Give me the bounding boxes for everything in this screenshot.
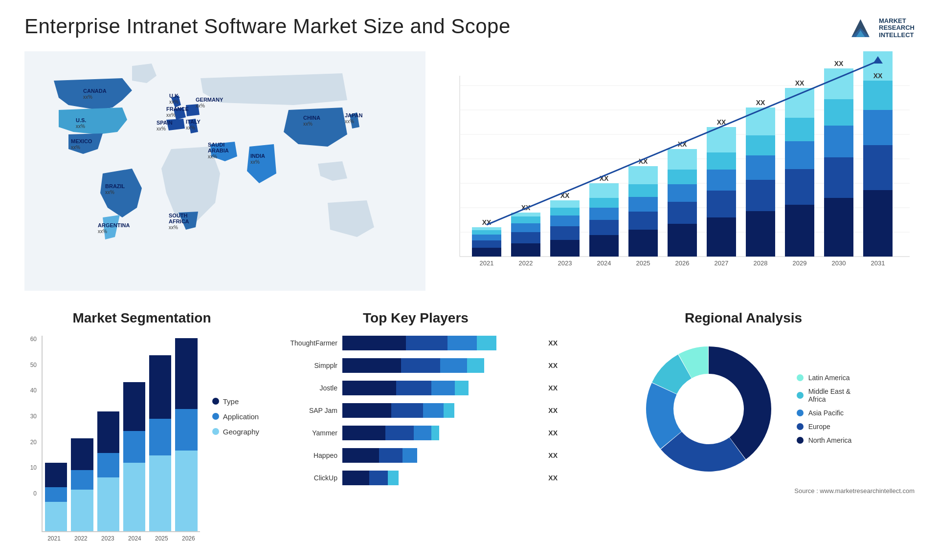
player-bar-3-seg3 [431,381,455,395]
legend-geo-label: Geography [223,428,259,436]
south-africa-label: SOUTH [169,213,188,218]
player-bar-3-seg1 [342,381,396,395]
player-bar-7 [342,471,539,485]
player-bar-6-seg1 [342,448,379,463]
seg-bar-2023-type [97,411,119,453]
svg-text:2023: 2023 [558,259,572,267]
player-bar-3 [342,381,539,395]
player-value-6: XX [548,452,558,459]
player-value-7: XX [548,474,558,482]
legend-north-america-dot [797,437,804,444]
player-row-6: Happeo XX [274,448,558,463]
seg-legend-app: Application [212,412,259,421]
usa-shape [59,108,127,134]
regional-section: Regional Analysis [572,310,915,560]
svg-rect-35 [589,220,619,235]
svg-rect-57 [707,170,736,191]
regional-legend: Latin America Middle East &Africa Asia P… [797,374,852,444]
mexico-value: xx% [71,145,80,150]
legend-north-america-label: North America [808,436,852,444]
players-section: Top Key Players ThoughtFarmer XX Simpplr [274,310,558,560]
legend-latin-america-dot [797,374,804,381]
player-row-2: Simpplr XX [274,358,558,373]
svg-rect-83 [863,190,893,257]
player-value-5: XX [548,429,558,437]
svg-rect-14 [472,240,501,248]
growth-chart-wrapper: XX 2021 XX 2022 XX [440,51,915,296]
legend-type-dot [212,398,219,405]
svg-rect-56 [707,191,736,217]
player-bar-5-seg2 [385,426,414,440]
seg-bar-2022-geo [71,490,93,531]
seg-bar-2026-geo [175,451,197,531]
seg-legend-type: Type [212,397,259,406]
seg-bar-2024-type [123,382,145,431]
player-name-3: Jostle [274,384,337,392]
seg-x-2025: 2025 [150,535,173,542]
player-row-5: Yammer XX [274,426,558,440]
player-bar-7-seg3 [388,471,399,485]
logo-box: MARKET RESEARCH INTELLECT [847,15,915,42]
svg-text:2030: 2030 [832,259,846,267]
svg-rect-51 [668,170,697,184]
svg-rect-58 [707,152,736,170]
svg-rect-15 [472,235,501,240]
china-label: CHINA [303,115,320,121]
player-name-4: SAP Jam [274,407,337,414]
seg-bar-2024-app [123,431,145,463]
player-bar-2-seg2 [401,358,440,373]
italy-value: xx% [186,125,195,130]
seg-bars-area [42,336,200,532]
seg-bar-2024-geo [123,463,145,531]
svg-rect-65 [746,135,775,155]
svg-text:2027: 2027 [715,259,729,267]
svg-rect-79 [824,99,853,126]
player-bar-4 [342,403,539,418]
top-section: CANADA xx% U.S. xx% MEXICO xx% BRAZIL xx… [24,51,915,296]
svg-rect-16 [472,230,501,235]
svg-text:XX: XX [873,72,883,80]
player-bar-3-seg2 [396,381,431,395]
svg-rect-44 [628,184,658,197]
seg-x-2021: 2021 [43,535,66,542]
spain-label: SPAIN [156,120,173,126]
japan-label: JAPAN [345,112,363,118]
svg-text:2022: 2022 [519,259,533,267]
player-bar-2-seg1 [342,358,401,373]
player-name-6: Happeo [274,452,337,459]
svg-rect-20 [511,243,540,257]
germany-label: GERMANY [196,97,224,103]
seg-bar-2023 [97,411,119,531]
player-bar-4-seg3 [423,403,444,418]
seg-bar-2023-geo [97,477,119,531]
svg-rect-27 [550,240,580,257]
seg-bar-2021-app [45,487,67,502]
uk-value: xx% [169,99,179,105]
svg-rect-31 [550,200,580,208]
logo-line1: MARKET [879,18,915,24]
saudi-value: xx% [208,154,217,159]
world-map-container: CANADA xx% U.S. xx% MEXICO xx% BRAZIL xx… [24,51,425,291]
svg-rect-84 [863,145,893,190]
brazil-label: BRAZIL [105,183,125,189]
seg-legend: Type Application Geography [212,336,259,512]
svg-rect-52 [668,149,697,170]
player-value-2: XX [548,362,558,369]
seg-bar-2026-app [175,409,197,451]
players-list: ThoughtFarmer XX Simpplr [274,336,558,485]
svg-rect-76 [824,198,853,257]
china-value: xx% [303,121,313,127]
india-label: INDIA [250,153,265,159]
player-bar-6-seg2 [379,448,402,463]
svg-rect-21 [511,232,540,243]
svg-rect-71 [785,141,814,169]
canada-value: xx% [83,94,92,100]
seg-bar-2025-geo [149,455,171,531]
legend-latin-america-label: Latin America [808,374,850,382]
player-bar-5-seg1 [342,426,385,440]
legend-app-dot [212,413,219,420]
seg-x-labels: 2021 2022 2023 2024 2025 2026 [42,535,200,542]
svg-rect-42 [628,212,658,230]
player-value-4: XX [548,407,558,414]
source-text: Source : www.marketresearchintellect.com [572,487,915,495]
